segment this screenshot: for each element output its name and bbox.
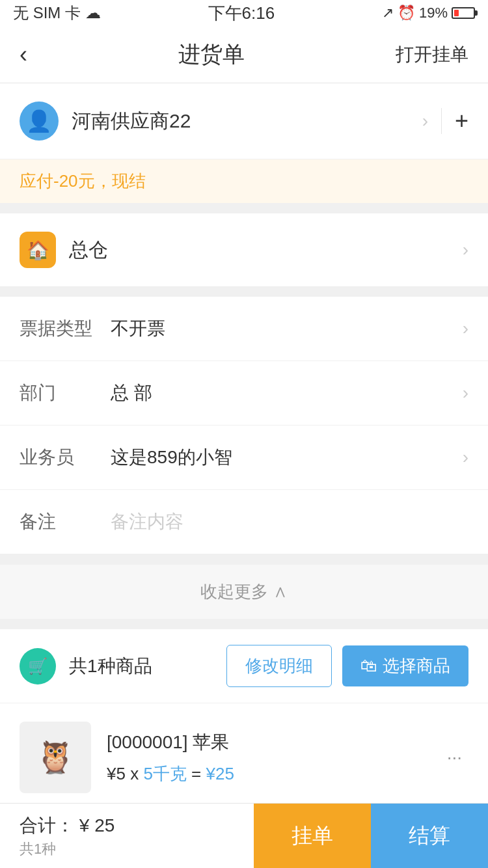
content-area: 👤 河南供应商22 › + 应付-20元，现结 🏠 总仓 › 票据类型 不开票 … bbox=[0, 83, 488, 868]
item-total: ¥25 bbox=[206, 764, 234, 783]
total-count: 共1种 bbox=[20, 839, 234, 859]
notes-label: 备注 bbox=[20, 509, 111, 534]
status-left: 无 SIM 卡 ☁ bbox=[13, 3, 101, 23]
nav-bar: ‹ 进货单 打开挂单 bbox=[0, 26, 488, 83]
product-thumbnail: 🦉 bbox=[20, 722, 91, 793]
department-label: 部门 bbox=[20, 381, 111, 405]
product-code: [0000001] bbox=[107, 732, 188, 752]
alarm-icon: ⏰ bbox=[398, 5, 415, 21]
vertical-divider bbox=[441, 108, 442, 134]
products-card: 🛒 共1种商品 修改明细 🛍 选择商品 🦉 [0000001] 苹果 ¥5 bbox=[0, 629, 488, 811]
warehouse-icon-wrap: 🏠 bbox=[20, 232, 56, 268]
status-bar: 无 SIM 卡 ☁ 下午6:16 ↗ ⏰ 19% bbox=[0, 0, 488, 26]
total-section: 合计： ¥ 25 共1种 bbox=[0, 813, 254, 859]
salesperson-label: 业务员 bbox=[20, 445, 111, 470]
warehouse-chevron-icon: › bbox=[463, 239, 468, 260]
salesperson-chevron-icon: › bbox=[463, 447, 468, 468]
network-status: 无 SIM 卡 ☁ bbox=[13, 3, 101, 23]
department-value: 总 部 bbox=[111, 381, 463, 405]
select-product-label: 选择商品 bbox=[383, 655, 450, 677]
department-row[interactable]: 部门 总 部 › bbox=[0, 361, 488, 426]
bottom-bar: 合计： ¥ 25 共1种 挂单 结算 bbox=[0, 803, 488, 868]
warehouse-row[interactable]: 🏠 总仓 › bbox=[0, 213, 488, 286]
invoice-type-value: 不开票 bbox=[111, 316, 463, 341]
supplier-card: 👤 河南供应商22 › + 应付-20元，现结 bbox=[0, 83, 488, 203]
product-name: [0000001] 苹果 bbox=[107, 730, 441, 755]
department-chevron-icon: › bbox=[463, 383, 468, 403]
quantity: 5千克 bbox=[143, 764, 186, 783]
open-pending-button[interactable]: 打开挂单 bbox=[396, 42, 468, 67]
select-product-button[interactable]: 🛍 选择商品 bbox=[342, 645, 468, 686]
form-card: 票据类型 不开票 › 部门 总 部 › 业务员 这是859的小智 › 备注 备注… bbox=[0, 297, 488, 554]
product-price-row: ¥5 x 5千克 = ¥25 bbox=[107, 763, 441, 785]
avatar-icon: 👤 bbox=[26, 109, 52, 133]
product-title: 苹果 bbox=[193, 732, 229, 752]
supplier-row[interactable]: 👤 河南供应商22 › + bbox=[0, 83, 488, 159]
collapse-button[interactable]: 收起更多 ∧ bbox=[0, 565, 488, 619]
product-info: [0000001] 苹果 ¥5 x 5千克 = ¥25 bbox=[107, 730, 441, 785]
supplier-avatar: 👤 bbox=[20, 102, 59, 141]
products-icon: 🛒 bbox=[28, 657, 47, 675]
battery-icon bbox=[452, 7, 475, 19]
products-header: 🛒 共1种商品 修改明细 🛍 选择商品 bbox=[0, 629, 488, 703]
battery-fill bbox=[454, 10, 459, 16]
page-title: 进货单 bbox=[178, 40, 245, 70]
notes-row[interactable]: 备注 备注内容 bbox=[0, 490, 488, 554]
suspend-button[interactable]: 挂单 bbox=[254, 804, 371, 869]
total-amount: ¥ 25 bbox=[79, 815, 115, 835]
gps-icon: ↗ bbox=[382, 5, 394, 21]
warehouse-icon: 🏠 bbox=[27, 239, 49, 261]
select-product-icon: 🛍 bbox=[360, 656, 377, 676]
status-time: 下午6:16 bbox=[208, 2, 275, 25]
unit-price: ¥5 bbox=[107, 764, 126, 783]
products-icon-wrap: 🛒 bbox=[20, 648, 56, 685]
warehouse-name: 总仓 bbox=[69, 237, 463, 264]
equals-sign: = bbox=[191, 764, 206, 783]
edit-detail-button[interactable]: 修改明细 bbox=[226, 645, 332, 687]
status-right: ↗ ⏰ 19% bbox=[382, 5, 475, 21]
battery-percent: 19% bbox=[419, 5, 448, 21]
supplier-name: 河南供应商22 bbox=[72, 108, 422, 135]
total-row: 合计： ¥ 25 bbox=[20, 813, 234, 838]
notes-placeholder: 备注内容 bbox=[111, 509, 468, 534]
supplier-chevron-icon: › bbox=[422, 111, 428, 131]
invoice-type-row[interactable]: 票据类型 不开票 › bbox=[0, 297, 488, 361]
more-options-button[interactable]: ··· bbox=[441, 740, 468, 774]
invoice-type-label: 票据类型 bbox=[20, 316, 111, 341]
add-supplier-button[interactable]: + bbox=[455, 107, 468, 135]
salesperson-row[interactable]: 业务员 这是859的小智 › bbox=[0, 426, 488, 490]
info-banner: 应付-20元，现结 bbox=[0, 159, 488, 203]
total-label: 合计： bbox=[20, 815, 74, 835]
checkout-button[interactable]: 结算 bbox=[371, 804, 488, 869]
invoice-chevron-icon: › bbox=[463, 318, 468, 339]
back-button[interactable]: ‹ bbox=[20, 41, 27, 68]
salesperson-value: 这是859的小智 bbox=[111, 445, 463, 470]
product-item: 🦉 [0000001] 苹果 ¥5 x 5千克 = ¥25 ··· bbox=[0, 703, 488, 811]
products-count: 共1种商品 bbox=[69, 654, 226, 679]
price-separator: x bbox=[130, 764, 143, 783]
product-thumb-icon: 🦉 bbox=[36, 739, 75, 776]
